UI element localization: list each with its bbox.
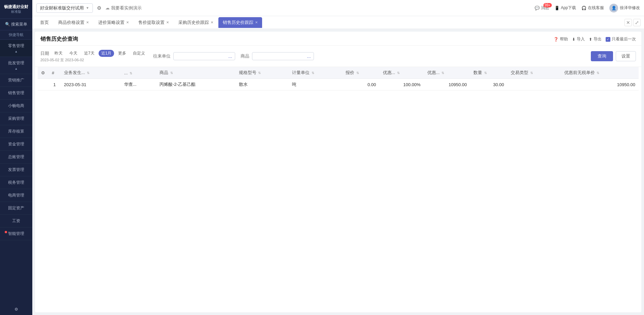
app-download-button[interactable]: 📱 App下载 [554, 5, 576, 11]
help-label: 帮助 [560, 36, 568, 42]
td-discount1: 100.00% [380, 79, 424, 91]
only-last-checkbox[interactable]: ✓ 只看最后一次 [606, 36, 636, 42]
sidebar-item-inventory[interactable]: 库存核算 [0, 125, 32, 138]
date-options: 昨天 今天 近7天 近1月 更多 自定义 [52, 50, 148, 57]
tab-sales-history-close[interactable]: ✕ [255, 21, 258, 24]
date-option-today[interactable]: 今天 [67, 50, 80, 57]
tab-maximize-button[interactable]: ⤢ [633, 19, 641, 26]
page-actions: ❓ 帮助 ⬇ 导入 ⬆ 导出 ✓ 只看最后一次 [553, 36, 636, 42]
import-label: 导入 [577, 36, 585, 42]
td-num: 1 [48, 79, 61, 91]
tab-purchase-history-close[interactable]: ✕ [211, 21, 213, 24]
settings-button[interactable]: 设置 [616, 51, 636, 61]
from-unit-field[interactable] [176, 54, 227, 59]
sidebar-item-sales[interactable]: 销售管理 [0, 87, 32, 100]
export-button[interactable]: ⬆ 导出 [589, 36, 602, 42]
th-price[interactable]: 报价 ⇅ [342, 67, 380, 79]
sidebar-item-invoice[interactable]: 发票管理 [0, 164, 32, 176]
page-content: 销售历史价查询 ❓ 帮助 ⬇ 导入 ⬆ 导出 ✓ 只看最后一次 [35, 32, 641, 312]
tab-purchase-history[interactable]: 采购历史价跟踪 ✕ [174, 17, 218, 28]
table-header-row: ⚙ # 业务发生... ⇅ ... ⇅ 商品 ⇅ 规格型号 ⇅ 计量单位 ⇅ 报… [38, 67, 639, 79]
sidebar-item-ledger[interactable]: 总账管理 [0, 151, 32, 164]
sidebar-search[interactable]: 🔍 搜索菜单 [0, 19, 32, 30]
tab-sale-extract[interactable]: 售价提取设置 ✕ [134, 17, 173, 28]
main-area: 好业财标准版交付试用 ▼ ⚙ ☁ 我要看实例演示 💬 消息 99+ 📱 App下… [32, 0, 644, 315]
tab-purchase-strategy-close[interactable]: ✕ [126, 21, 129, 24]
th-pretax-price[interactable]: 优惠前无税单价 ⇅ [561, 67, 639, 79]
th-product[interactable]: 商品 ⇅ [156, 67, 235, 79]
tab-sales-history[interactable]: 销售历史价跟踪 ✕ [218, 17, 262, 28]
td-more: 华查... [121, 79, 156, 91]
date-option-last7[interactable]: 近7天 [81, 50, 97, 57]
tab-purchase-strategy[interactable]: 进价策略设置 ✕ [94, 17, 133, 28]
messages-badge: 99+ [543, 3, 552, 7]
td-product: 丙烯酸-2-乙基己酯 [156, 79, 235, 91]
th-quantity[interactable]: 数量 ⇅ [470, 67, 507, 79]
demo-button[interactable]: ☁ 我要看实例演示 [105, 5, 142, 11]
td-quantity: 30.00 [470, 79, 507, 91]
td-trade-type [507, 79, 561, 91]
sidebar-item-label-sales: 销售管理 [8, 90, 24, 96]
query-button[interactable]: 查询 [591, 51, 613, 61]
sidebar-item-tax[interactable]: 税务管理 [0, 176, 32, 189]
td-gear [38, 79, 48, 91]
date-option-yesterday[interactable]: 昨天 [52, 50, 65, 57]
sidebar-item-retail[interactable]: 零售管理 ▲ [0, 40, 32, 57]
chevron-icon-wholesale: ▲ [15, 67, 18, 70]
th-trade-type[interactable]: 交易类型 ⇅ [507, 67, 561, 79]
tab-price-settings-close[interactable]: ✕ [86, 21, 89, 24]
topbar-gear-icon[interactable]: ⚙ [97, 5, 101, 11]
from-unit-label: 往来单位 [153, 53, 171, 59]
th-discount1[interactable]: 优惠... ⇅ [380, 67, 424, 79]
tab-price-settings[interactable]: 商品价格设置 ✕ [54, 17, 93, 28]
product-field[interactable] [255, 54, 306, 59]
user-menu[interactable]: 👤 徐泽华修改 [609, 4, 640, 12]
version-selector[interactable]: 好业财标准版交付试用 ▼ [36, 3, 93, 13]
sidebar-item-finance[interactable]: 资金管理 [0, 138, 32, 151]
import-icon: ⬇ [572, 37, 575, 42]
sidebar-item-smart[interactable]: 智能管理 [0, 228, 32, 240]
sidebar-item-ecommerce[interactable]: 电商管理 [0, 189, 32, 202]
help-button[interactable]: ❓ 帮助 [553, 36, 568, 42]
td-unit: 吨 [289, 79, 342, 91]
online-service-label: 在线客服 [588, 5, 604, 11]
sidebar-item-salary[interactable]: 工资 [0, 215, 32, 228]
online-service-button[interactable]: 🎧 在线客服 [581, 5, 604, 11]
sidebar-item-wholesale[interactable]: 批发管理 ▲ [0, 57, 32, 74]
tab-close-button[interactable]: ✕ [624, 19, 632, 26]
from-unit-dots[interactable]: ... [228, 54, 232, 59]
th-unit[interactable]: 计量单位 ⇅ [289, 67, 342, 79]
messages-button[interactable]: 💬 消息 99+ [535, 5, 549, 11]
sidebar-item-purchase[interactable]: 采购管理 [0, 112, 32, 125]
table-row[interactable]: 1 2023-05-31 华查... 丙烯酸-2-乙基己酯 散水 吨 0.00 … [38, 79, 639, 91]
sidebar-item-label-inventory: 库存核算 [8, 129, 24, 134]
tab-home[interactable]: 首页 [36, 17, 53, 28]
th-spec[interactable]: 规格型号 ⇅ [236, 67, 289, 79]
sidebar-item-marketing[interactable]: 营销推广 [0, 74, 32, 87]
product-input[interactable]: ... [252, 52, 314, 60]
sidebar-item-label-marketing: 营销推广 [8, 77, 24, 83]
tab-sale-extract-label: 售价提取设置 [138, 20, 165, 26]
tab-purchase-strategy-label: 进价策略设置 [98, 20, 124, 26]
date-option-last1m[interactable]: 近1月 [99, 50, 114, 57]
date-option-more[interactable]: 更多 [115, 50, 129, 57]
sidebar-item-assets[interactable]: 固定资产 [0, 202, 32, 215]
th-gear[interactable]: ⚙ [38, 67, 48, 79]
th-more[interactable]: ... ⇅ [121, 67, 156, 79]
tab-sale-extract-close[interactable]: ✕ [166, 21, 169, 24]
th-date[interactable]: 业务发生... ⇅ [61, 67, 121, 79]
sidebar-item-label-invoice: 发票管理 [8, 167, 24, 173]
sidebar-settings[interactable]: ⚙ [0, 304, 32, 315]
product-dots[interactable]: ... [307, 54, 311, 59]
import-button[interactable]: ⬇ 导入 [572, 36, 585, 42]
date-option-custom[interactable]: 自定义 [130, 50, 148, 57]
sidebar-item-ecommerce-xiao[interactable]: 小畅电商 [0, 100, 32, 112]
sidebar-quick-nav[interactable]: 快捷导航 [0, 30, 32, 40]
from-unit-input[interactable]: ... [173, 52, 235, 60]
search-icon: 🔍 [5, 22, 10, 27]
sidebar-item-label-finance: 资金管理 [8, 141, 24, 147]
app-download-label: App下载 [561, 5, 576, 11]
message-icon: 💬 [535, 6, 540, 10]
sidebar-search-label: 搜索菜单 [11, 22, 27, 27]
th-discount2[interactable]: 优惠... ⇅ [424, 67, 470, 79]
